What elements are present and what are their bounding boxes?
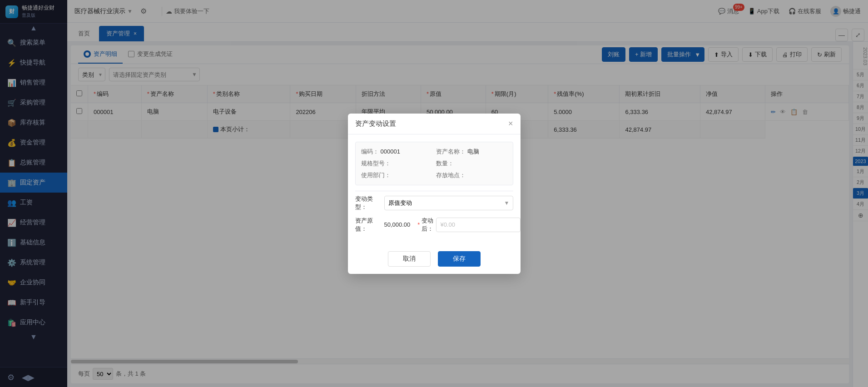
modal-spec-label: 规格型号：: [361, 159, 391, 168]
modal-name-label: 资产名称：: [436, 148, 466, 156]
save-button[interactable]: 保存: [438, 251, 481, 267]
modal-divider: [355, 191, 513, 191]
after-required-mark: *: [417, 221, 420, 228]
modal-location-label: 存放地点：: [436, 171, 466, 179]
modal-spec-item: 规格型号：: [361, 159, 432, 168]
modal-code-value: 000001: [381, 148, 400, 155]
modal-footer: 取消 保存: [348, 246, 521, 274]
modal-body: 编码： 000001 资产名称： 电脑 规格型号： 数量： 使用部门：: [348, 134, 521, 246]
cancel-button[interactable]: 取消: [388, 251, 431, 267]
change-type-select[interactable]: 原值变动: [384, 196, 513, 210]
after-value-input[interactable]: [436, 218, 520, 232]
original-value-label: 资产原值：: [355, 217, 384, 233]
modal-original-value-row: 资产原值： 50,000.00 * 变动后：: [355, 217, 513, 233]
modal-name-value: 电脑: [467, 148, 479, 156]
asset-change-modal: 资产变动设置 × 编码： 000001 资产名称： 电脑 规格型号： 数量：: [348, 114, 521, 274]
modal-overlay[interactable]: 资产变动设置 × 编码： 000001 资产名称： 电脑 规格型号： 数量：: [0, 0, 868, 387]
change-type-select-wrapper: 原值变动 ▼: [384, 196, 513, 210]
change-type-label: 变动类型：: [355, 195, 384, 211]
modal-code-item: 编码： 000001: [361, 148, 432, 156]
modal-department-label: 使用部门：: [361, 171, 391, 179]
modal-code-label: 编码：: [361, 148, 379, 156]
modal-title: 资产变动设置: [355, 119, 396, 128]
modal-change-type-row: 变动类型： 原值变动 ▼: [355, 195, 513, 211]
modal-quantity-item: 数量：: [436, 159, 507, 168]
modal-name-item: 资产名称： 电脑: [436, 148, 507, 156]
modal-location-item: 存放地点：: [436, 171, 507, 179]
original-value-display: 50,000.00: [384, 221, 411, 228]
modal-info-grid: 编码： 000001 资产名称： 电脑 规格型号： 数量： 使用部门：: [355, 142, 513, 185]
modal-department-item: 使用部门：: [361, 171, 432, 179]
modal-header: 资产变动设置 ×: [348, 114, 521, 134]
modal-close-btn[interactable]: ×: [508, 119, 513, 129]
after-label: 变动后：: [422, 217, 433, 233]
modal-quantity-label: 数量：: [436, 159, 454, 168]
